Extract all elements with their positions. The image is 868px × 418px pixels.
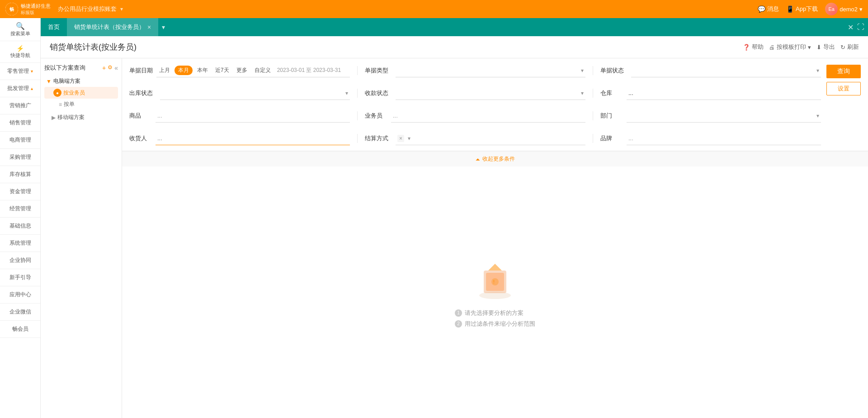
filter-divider-5 xyxy=(357,111,358,120)
page-title: 销货单统计表(按业务员) xyxy=(50,42,137,52)
sidebar-item-ecommerce[interactable]: 电商管理 xyxy=(0,132,40,149)
tab-window-expand-btn[interactable]: ⛶ xyxy=(857,23,864,31)
settlement-dropdown[interactable]: × ▾ xyxy=(396,132,585,145)
print-btn[interactable]: 🖨 按模板打印 ▾ xyxy=(769,43,811,51)
sidebar-item-purchase[interactable]: 采购管理 xyxy=(0,149,40,166)
payment-status-dropdown[interactable]: ▾ xyxy=(396,86,585,100)
app-download-nav-item[interactable]: 📱 App下载 xyxy=(786,5,818,13)
sidebar-item-finance[interactable]: 资金管理 xyxy=(0,183,40,200)
settings-btn[interactable]: 设置 xyxy=(826,82,861,95)
department-dropdown[interactable]: ▾ xyxy=(627,109,821,123)
collapse-filter-btn[interactable]: ⏶ 收起更多条件 xyxy=(122,151,868,166)
print-chevron-icon: ▾ xyxy=(808,44,811,51)
sidebar-item-wholesale[interactable]: 批发管理 ▴ xyxy=(0,80,40,97)
settlement-tag-close-btn[interactable]: × xyxy=(399,135,402,142)
export-btn[interactable]: ⬇ 导出 xyxy=(816,43,835,51)
filter-item-payment-status: 收款状态 ▾ xyxy=(365,86,585,100)
sidebar-item-sales[interactable]: 销售管理 xyxy=(0,114,40,132)
date-btn-custom[interactable]: 自定义 xyxy=(252,66,274,75)
stock-status-arrow-icon: ▾ xyxy=(345,90,348,96)
filter-item-doc-type: 单据类型 ▾ xyxy=(365,64,585,77)
receiver-input[interactable] xyxy=(156,132,350,145)
date-label: 单据日期 xyxy=(129,66,153,75)
tab-window-close-btn[interactable]: ✕ xyxy=(848,23,854,32)
tab-expand-icon[interactable]: ▾ xyxy=(158,24,169,31)
left-panel: 按以下方案查询 + ⚙ « ▼ 电脑端方案 xyxy=(41,58,122,418)
quick-nav-icon: ⚡ xyxy=(2,45,38,52)
scheme-item-icon: ● xyxy=(53,89,61,97)
add-scheme-btn[interactable]: + xyxy=(102,64,106,71)
tab-current[interactable]: 销货单统计表（按业务员） × xyxy=(67,18,158,36)
sidebar-item-quick-nav[interactable]: ⚡ 快捷导航 xyxy=(0,41,40,63)
doc-type-dropdown[interactable]: ▾ xyxy=(396,64,585,77)
date-btn-more[interactable]: 更多 xyxy=(234,66,250,75)
stock-status-dropdown[interactable]: ▾ xyxy=(160,86,350,100)
tab-header-bar: 首页 销货单统计表（按业务员） × ▾ ✕ ⛶ xyxy=(41,18,868,36)
user-nav-item[interactable]: Ea demo2 ▾ xyxy=(825,3,863,15)
tab-close-btn[interactable]: × xyxy=(147,24,151,31)
sidebar-item-operations[interactable]: 经营管理 xyxy=(0,200,40,218)
breadcrumb-expand-icon[interactable]: ▾ xyxy=(120,6,123,12)
doc-status-dropdown[interactable]: ▾ xyxy=(631,64,821,77)
search-icon: 🔍 xyxy=(2,22,38,30)
tip-number-1: 1 xyxy=(455,309,462,317)
date-btn-this-year[interactable]: 本年 xyxy=(194,66,211,75)
collapse-panel-btn[interactable]: « xyxy=(114,64,118,71)
payment-status-label: 收款状态 xyxy=(365,89,392,97)
left-panel-actions: + ⚙ « xyxy=(102,64,118,71)
warehouse-dropdown[interactable]: ... xyxy=(627,86,821,100)
breadcrumb: 办公用品行业模拟账套 xyxy=(58,5,117,13)
scheme-group-desktop: ▼ 电脑端方案 ● 按业务员 ≡ 按单 xyxy=(44,76,118,110)
date-btn-this-month[interactable]: 本月 xyxy=(175,66,193,75)
tab-home[interactable]: 首页 xyxy=(41,18,67,36)
dept-arrow-icon: ▾ xyxy=(816,113,819,119)
sidebar-item-system[interactable]: 系统管理 xyxy=(0,235,40,252)
help-btn[interactable]: ❓ 帮助 xyxy=(743,43,764,51)
top-bar: 畅 畅捷通好生意 标服版 办公用品行业模拟账套 ▾ 💬 消息 📱 App下载 xyxy=(0,0,868,18)
empty-tips: 1 请先选择要分析的方案 2 用过滤条件来缩小分析范围 xyxy=(455,309,535,328)
sidebar-item-apps[interactable]: 应用中心 xyxy=(0,286,40,304)
message-icon: 💬 xyxy=(758,5,765,13)
date-btn-7days[interactable]: 近7天 xyxy=(212,66,232,75)
refresh-btn[interactable]: ↻ 刷新 xyxy=(840,43,859,51)
brand-dropdown[interactable]: ... xyxy=(627,132,821,145)
sidebar-item-inventory[interactable]: 库存核算 xyxy=(0,166,40,183)
svg-text:!: ! xyxy=(493,280,495,285)
doc-type-arrow-icon: ▾ xyxy=(581,67,584,74)
message-nav-item[interactable]: 💬 消息 xyxy=(758,5,779,13)
sidebar-item-enterprise[interactable]: 企业协同 xyxy=(0,252,40,269)
settlement-label: 结算方式 xyxy=(365,134,392,142)
scheme-sub-item-by-order[interactable]: ≡ 按单 xyxy=(44,99,118,110)
sidebar-item-member[interactable]: 畅会员 xyxy=(0,321,40,338)
receiver-label: 收货人 xyxy=(129,134,152,142)
settlement-arrow-icon: ▾ xyxy=(408,135,410,142)
svg-point-6 xyxy=(491,278,499,285)
filter-item-receiver: 收货人 xyxy=(129,132,350,145)
sidebar-item-guide[interactable]: 新手引导 xyxy=(0,269,40,286)
empty-icon: ! xyxy=(472,257,518,304)
sidebar-item-marketing[interactable]: 营销推广 xyxy=(0,97,40,114)
product-dropdown[interactable]: ... xyxy=(156,109,350,123)
left-panel-title: 按以下方案查询 + ⚙ « xyxy=(44,64,118,72)
date-group: 上月 本月 本年 近7天 更多 自定义 2023-03-01 至 2023-03… xyxy=(156,64,350,77)
sidebar-item-search[interactable]: 🔍 搜索菜单 xyxy=(0,18,40,41)
app-download-icon: 📱 xyxy=(786,5,794,13)
sidebar-item-retail[interactable]: 零售管理 ▾ xyxy=(0,63,40,80)
query-btn[interactable]: 查询 xyxy=(826,65,861,78)
filter-divider-6 xyxy=(593,111,593,120)
edit-scheme-btn[interactable]: ⚙ xyxy=(108,64,113,71)
filter-row-3: 商品 ... 业务员 xyxy=(129,109,821,123)
filter-item-department: 部门 ▾ xyxy=(600,109,821,123)
scheme-group-mobile-header[interactable]: ▶ 移动端方案 xyxy=(44,112,118,123)
date-btn-last-month[interactable]: 上月 xyxy=(156,66,173,75)
payment-status-arrow-icon: ▾ xyxy=(581,90,584,96)
salesperson-dropdown[interactable]: ... xyxy=(391,109,585,123)
scheme-group-desktop-header[interactable]: ▼ 电脑端方案 xyxy=(44,76,118,87)
sidebar-item-basic[interactable]: 基础信息 xyxy=(0,218,40,235)
sidebar-item-wechat[interactable]: 企业微信 xyxy=(0,304,40,321)
user-chevron-icon: ▾ xyxy=(859,6,863,13)
svg-marker-5 xyxy=(488,264,502,271)
warehouse-label: 仓库 xyxy=(600,89,623,97)
filter-item-warehouse: 仓库 ... xyxy=(600,86,821,100)
scheme-item-by-salesperson[interactable]: ● 按业务员 xyxy=(44,87,118,99)
